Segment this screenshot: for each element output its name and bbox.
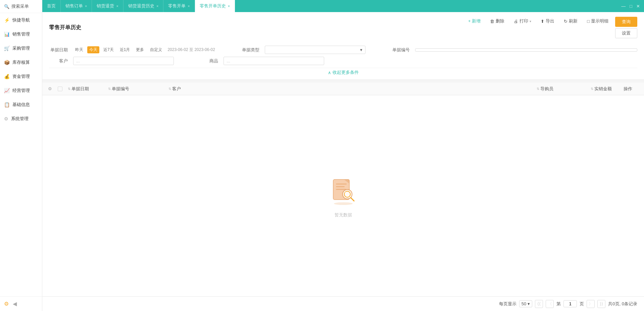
svg-rect-5 <box>336 189 346 190</box>
tab-retail-history[interactable]: 零售开单历史 × <box>195 0 235 12</box>
tab-sales-return[interactable]: 销货退货 × <box>92 0 123 12</box>
query-button[interactable]: 查询 <box>615 17 637 27</box>
sidebar-item-finance[interactable]: 💰 资金管理 <box>0 69 42 84</box>
sort-icon: ⇅ <box>168 87 171 91</box>
refresh-button[interactable]: ↻ 刷新 <box>561 17 580 25</box>
date-btn-more[interactable]: 更多 <box>134 46 146 53</box>
svg-rect-3 <box>336 184 347 185</box>
page-size-arrow: ▾ <box>528 301 530 306</box>
sidebar-item-inventory[interactable]: 📦 库存核算 <box>0 55 42 69</box>
sidebar-item-sys-mgmt[interactable]: ⚙ 系统管理 <box>0 112 42 126</box>
select-arrow-icon: ▾ <box>360 47 362 52</box>
delete-icon: 🗑 <box>490 19 494 24</box>
sidebar-item-quick-nav[interactable]: ⚡ 快捷导航 <box>0 13 42 27</box>
product-input[interactable]: ... <box>224 57 324 65</box>
th-number[interactable]: ⇅ 单据编号 <box>105 86 166 92</box>
customer-input[interactable]: ... <box>73 57 174 65</box>
quick-nav-icon: ⚡ <box>4 17 10 23</box>
tab-bar: 首页 销售订单 × 销货退货 × 销货退货历史 × 零售开单 × 零售开单历史 … <box>42 0 644 12</box>
date-buttons: 昨天 今天 近7天 近1月 更多 自定义 2023-06-02 至 2023-0… <box>73 46 215 53</box>
sidebar-search-label: 搜索采单 <box>11 3 29 9</box>
print-icon: 🖨 <box>514 19 518 24</box>
window-maximize-icon[interactable]: □ <box>630 4 632 9</box>
th-date[interactable]: ⇅ 单据日期 <box>65 86 105 92</box>
th-action: 操作 <box>614 86 641 92</box>
inventory-icon: 📦 <box>4 60 10 65</box>
date-btn-last7[interactable]: 近7天 <box>101 46 116 53</box>
filter-row-customer: 客户 ... 商品 ... <box>49 57 637 65</box>
window-close-icon[interactable]: ✕ <box>636 4 640 9</box>
refresh-icon: ↻ <box>564 19 567 24</box>
order-number-label: 单据编号 <box>391 47 410 53</box>
page-size-select[interactable]: 50 ▾ <box>519 300 532 307</box>
close-sales-return-history-tab[interactable]: × <box>156 4 158 8</box>
close-sales-return-tab[interactable]: × <box>116 4 118 8</box>
tab-sales-return-history[interactable]: 销货退货历史 × <box>123 0 163 12</box>
footer-settings-icon[interactable]: ⚙ <box>4 301 9 307</box>
add-button[interactable]: + 新增 <box>465 17 483 25</box>
sidebar-search[interactable]: 🔍 搜索采单 <box>0 0 42 13</box>
tab-home[interactable]: 首页 <box>42 0 61 12</box>
sidebar-item-label: 基础信息 <box>12 102 30 108</box>
filter-row-date: 单据日期 昨天 今天 近7天 近1月 更多 自定义 2023-06-02 至 2… <box>49 46 637 54</box>
content-area: 零售开单历史 + 新增 🗑 🗑 删除 删除 🖨 打印 ▾ <box>42 12 644 311</box>
date-filter-label: 单据日期 <box>49 47 68 53</box>
tab-retail-open[interactable]: 零售开单 × <box>163 0 195 12</box>
sidebar-item-label: 资金管理 <box>12 73 30 80</box>
date-btn-custom[interactable]: 自定义 <box>148 46 164 53</box>
table-settings-icon[interactable]: ⚙ <box>45 86 55 91</box>
export-button[interactable]: ⬆ 导出 <box>538 17 557 25</box>
print-button[interactable]: 🖨 打印 ▾ <box>511 17 534 25</box>
svg-rect-4 <box>336 186 345 187</box>
sales-icon: 📊 <box>4 32 10 37</box>
sidebar-item-label: 快捷导航 <box>12 17 30 23</box>
th-amount[interactable]: ⇅ 实销金额 <box>574 86 614 92</box>
toolbar: + 新增 🗑 🗑 删除 删除 🖨 打印 ▾ ⬆ <box>465 17 611 25</box>
display-detail-button[interactable]: □ □ 显示明细 显示明细 <box>584 17 611 25</box>
collapse-more-btn[interactable]: ∧ 收起更多条件 <box>49 68 637 77</box>
date-range-display: 2023-06-02 至 2023-06-02 <box>167 47 215 53</box>
sidebar-item-sales-mgmt[interactable]: 📊 销售管理 <box>0 27 42 41</box>
date-btn-last-month[interactable]: 近1月 <box>118 46 132 53</box>
order-type-label: 单据类型 <box>241 47 259 53</box>
tab-sales-order[interactable]: 销售订单 × <box>61 0 92 12</box>
date-btn-yesterday[interactable]: 昨天 <box>73 46 85 53</box>
basic-info-icon: 📋 <box>4 102 10 107</box>
last-page-btn[interactable]: ⟩⟩ <box>597 300 605 308</box>
customer-placeholder: ... <box>76 58 80 63</box>
sort-icon: ⇅ <box>591 87 593 91</box>
sidebar-item-basic-info[interactable]: 📋 基础信息 <box>0 98 42 112</box>
order-number-input[interactable] <box>415 48 637 52</box>
sidebar-item-label: 经营管理 <box>12 88 30 94</box>
sidebar-item-purchase-mgmt[interactable]: 🛒 采购管理 <box>0 41 42 55</box>
filter-settings-button[interactable]: 设置 <box>615 28 637 38</box>
main-area: 首页 销售订单 × 销货退货 × 销货退货历史 × 零售开单 × 零售开单历史 … <box>42 0 644 311</box>
empty-text: 暂无数据 <box>335 212 352 218</box>
delete-button[interactable]: 🗑 🗑 删除 删除 <box>487 17 507 25</box>
close-sales-order-tab[interactable]: × <box>85 4 87 8</box>
th-guide[interactable]: ⇅ 导购员 <box>534 86 574 92</box>
sort-icon: ⇅ <box>108 87 111 91</box>
table-select-all[interactable] <box>55 87 65 91</box>
page-size-value: 50 <box>522 301 526 306</box>
close-retail-open-tab[interactable]: × <box>188 4 190 8</box>
table-container: ⚙ ⇅ 单据日期 ⇅ 单据编号 ⇅ 客户 ⇅ 导购员 <box>42 83 644 311</box>
order-type-select[interactable]: ▾ <box>265 46 365 54</box>
page-label: 页 <box>580 301 584 307</box>
close-retail-history-tab[interactable]: × <box>228 4 230 8</box>
next-page-btn[interactable]: 〉 <box>587 300 595 308</box>
svg-point-0 <box>334 202 353 205</box>
select-all-checkbox[interactable] <box>58 87 62 91</box>
sidebar-item-operations[interactable]: 📈 经营管理 <box>0 84 42 98</box>
page-title: 零售开单历史 <box>49 24 81 31</box>
prev-page-btn[interactable]: 〈 <box>546 300 554 308</box>
tab-bar-right: — □ ✕ <box>621 4 644 9</box>
date-btn-today[interactable]: 今天 <box>87 46 99 53</box>
th-customer[interactable]: ⇅ 客户 <box>166 86 534 92</box>
window-minimize-icon[interactable]: — <box>621 4 626 9</box>
product-filter-label: 商品 <box>199 58 218 64</box>
first-page-btn[interactable]: ⟨⟨ <box>535 300 543 308</box>
page-number-input[interactable] <box>563 300 577 307</box>
footer-collapse-icon[interactable]: ◀ <box>13 301 17 307</box>
query-buttons: 查询 设置 <box>615 17 637 38</box>
